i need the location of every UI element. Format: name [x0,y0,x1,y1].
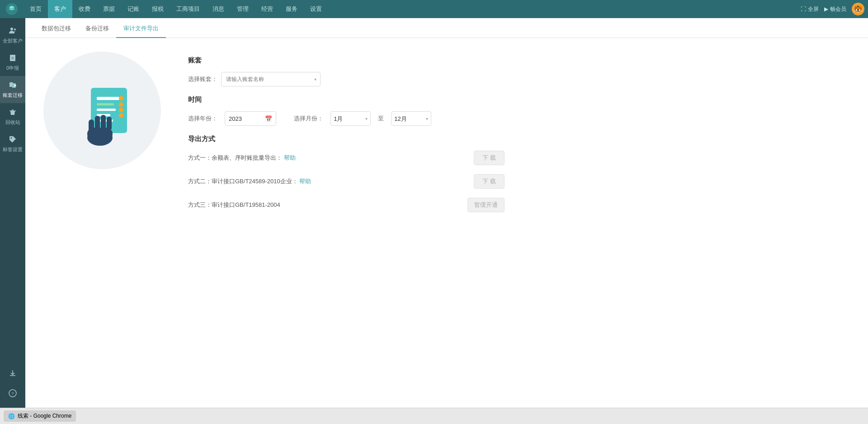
migrate-icon [8,81,17,91]
svg-point-19 [119,113,123,118]
nav-customer[interactable]: 客户 [48,0,72,18]
svg-rect-11 [97,97,119,100]
member-button[interactable]: ▶ 畅会员 [824,5,846,13]
sidebar-item-trash[interactable]: 回收站 [0,103,25,130]
tag-icon [8,135,17,145]
nav-bookkeeping[interactable]: 记账 [121,0,146,18]
month-start-dropdown[interactable]: 1月2月3月4月 5月6月7月8月 9月10月11月12月 [331,115,363,122]
method1-download-button[interactable]: 下 载 [474,151,505,165]
year-input-wrap[interactable]: 📅 [225,111,276,126]
content-area: 数据包迁移 备份迁移 审计文件导出 [25,18,868,408]
sidebar-item-migrate[interactable]: 账套迁移 [0,76,25,103]
tab-bar: 数据包迁移 备份迁移 审计文件导出 [25,18,868,38]
method1-help-link[interactable]: 帮助 [284,154,296,161]
main-layout: 全部客户 0 0申报 账套迁移 [0,18,868,408]
form-area: 账套 选择账套： ▾ 时间 选择年份： 📅 [188,52,505,221]
svg-text:0: 0 [12,56,14,60]
fullscreen-icon: ⛶ [801,6,806,12]
method2-help-link[interactable]: 帮助 [299,178,311,185]
year-input[interactable] [225,115,261,122]
svg-rect-24 [101,115,106,130]
sidebar-label-zero: 0申报 [6,65,19,71]
month-start-select[interactable]: 1月2月3月4月 5月6月7月8月 9月10月11月12月 ▾ [330,111,371,126]
month-end-dropdown[interactable]: 1月2月3月4月 5月6月7月8月 9月10月11月12月 [392,115,423,122]
method3-text: 方式三：审计接口GB/T19581-2004 [188,201,280,209]
sidebar-help-button[interactable]: ? [0,384,25,402]
nav-fee[interactable]: 收费 [72,0,97,18]
sidebar-item-zero-report[interactable]: 0 0申报 [0,49,25,76]
tab-audit-export[interactable]: 审计文件导出 [116,20,166,38]
taskbar-label: 线索 - Google Chrome [18,412,71,420]
trash-icon [8,108,17,118]
nav-message[interactable]: 消息 [206,0,231,18]
svg-rect-25 [107,117,112,130]
method1-label: 方式一：余额表、序时账批量导出： [188,154,282,161]
account-form-row: 选择账套： ▾ [188,72,505,86]
sidebar: 全部客户 0 0申报 账套迁移 [0,18,25,408]
export-section-title: 导出方式 [188,135,505,143]
method3-vip-button[interactable]: 暂缓开通 [467,198,505,212]
account-select[interactable]: ▾ [221,72,321,86]
chrome-icon: 🌐 [8,413,15,419]
sidebar-label-trash: 回收站 [5,119,20,126]
app-logo [4,1,20,17]
year-label: 选择年份： [188,114,217,123]
sidebar-item-all-customers[interactable]: 全部客户 [0,22,25,49]
top-nav-right: ⛶ 全屏 ▶ 畅会员 🐯 [801,3,864,15]
avatar[interactable]: 🐯 [852,3,864,15]
member-icon: ▶ [824,6,828,12]
calendar-icon[interactable]: 📅 [261,115,276,122]
nav-settings[interactable]: 设置 [304,0,328,18]
method2-label: 方式二：审计接口GB/T24589-2010企业： [188,178,298,185]
method2-text: 方式二：审计接口GB/T24589-2010企业： 帮助 [188,177,311,186]
nav-manage[interactable]: 管理 [231,0,255,18]
sidebar-label-customers: 全部客户 [3,38,23,44]
svg-rect-22 [89,119,94,133]
month-end-select[interactable]: 1月2月3月4月 5月6月7月8月 9月10月11月12月 ▾ [391,111,431,126]
sidebar-bottom: ? [0,364,25,408]
svg-point-17 [119,102,123,107]
sidebar-label-migrate: 账套迁移 [3,92,23,99]
tab-backup-migrate[interactable]: 备份迁移 [78,20,116,38]
method3-label: 方式三：审计接口GB/T19581-2004 [188,201,280,208]
zero-report-icon: 0 [8,53,17,63]
account-label: 选择账套： [188,75,217,83]
users-icon [8,26,17,36]
nav-service[interactable]: 服务 [279,0,304,18]
svg-point-18 [119,108,123,112]
time-section-title: 时间 [188,95,505,104]
time-form-row: 选择年份： 📅 选择月份： 1月2月3月4月 5月6月7月8月 9月10月11月… [188,111,505,126]
nav-business[interactable]: 工商项目 [170,0,206,18]
sidebar-item-tag[interactable]: 标签设置 [0,130,25,157]
svg-text:?: ? [11,391,14,396]
nav-home[interactable]: 首页 [24,0,48,18]
fullscreen-label: 全屏 [808,5,819,13]
sidebar-download-button[interactable] [0,364,25,382]
taskbar-chrome[interactable]: 🌐 线索 - Google Chrome [4,410,76,422]
illustration-area [43,52,161,169]
top-navigation: 首页 客户 收费 票据 记账 报税 工商项目 消息 管理 经营 服务 设置 ⛶ … [0,0,868,18]
nav-items: 首页 客户 收费 票据 记账 报税 工商项目 消息 管理 经营 服务 设置 [24,0,801,18]
export-method-3: 方式三：审计接口GB/T19581-2004 暂缓开通 [188,198,505,212]
month-start-arrow: ▾ [363,116,370,121]
svg-point-16 [119,96,123,100]
svg-rect-12 [97,103,114,105]
nav-tax[interactable]: 报税 [146,0,170,18]
export-method-2: 方式二：审计接口GB/T24589-2010企业： 帮助 下 载 [188,174,505,189]
nav-invoice[interactable]: 票据 [97,0,121,18]
fullscreen-button[interactable]: ⛶ 全屏 [801,5,819,13]
svg-rect-23 [95,116,100,131]
illustration-circle [43,52,161,169]
export-method-1: 方式一：余额表、序时账批量导出： 帮助 下 载 [188,151,505,165]
sidebar-label-tag: 标签设置 [3,146,23,153]
svg-point-7 [11,138,12,139]
taskbar: 🌐 线索 - Google Chrome [0,408,868,424]
tab-data-migrate[interactable]: 数据包迁移 [34,20,78,38]
method2-download-button[interactable]: 下 载 [474,174,505,189]
account-input[interactable] [222,76,311,82]
svg-point-1 [10,28,13,30]
account-dropdown-icon[interactable]: ▾ [311,77,320,82]
nav-operate[interactable]: 经营 [255,0,279,18]
svg-rect-13 [97,109,116,111]
page-content: 账套 选择账套： ▾ 时间 选择年份： 📅 [25,38,868,408]
